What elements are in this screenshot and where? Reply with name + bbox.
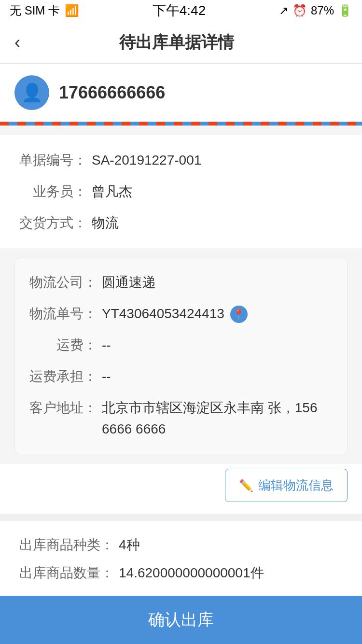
logistics-card: 物流公司： 圆通速递 物流单号： YT43064053424413 📍 运费： …: [14, 258, 348, 454]
goods-types-row: 出库商品种类： 4种: [19, 536, 343, 554]
customer-phone: 17666666666: [59, 83, 165, 103]
tracking-location-icon[interactable]: 📍: [230, 306, 248, 323]
wifi-icon: 📶: [65, 4, 79, 17]
freight-label: 运费：: [29, 335, 97, 356]
alarm-icon: ⏰: [292, 4, 307, 17]
back-button[interactable]: ‹: [14, 32, 20, 53]
status-time: 下午4:42: [153, 1, 206, 20]
edit-btn-container: ✏️ 编辑物流信息: [0, 464, 362, 514]
logistics-company-row: 物流公司： 圆通速递: [29, 272, 333, 294]
document-number-value: SA-20191227-001: [92, 150, 343, 171]
goods-quantity-label: 出库商品数量：: [19, 564, 114, 582]
logistics-company-value: 圆通速递: [102, 272, 333, 294]
location-status-icon: ↗: [279, 4, 289, 17]
document-number-label: 单据编号：: [19, 150, 87, 171]
freight-row: 运费： --: [29, 335, 333, 356]
tracking-number-text: YT43064053424413: [102, 303, 224, 325]
confirm-button[interactable]: 确认出库: [0, 596, 362, 644]
carrier-label: 无 SIM 卡: [10, 3, 60, 18]
section-divider: [0, 514, 362, 521]
salesperson-value: 曾凡杰: [92, 181, 343, 203]
delivery-method-value: 物流: [92, 212, 343, 234]
delivery-method-label: 交货方式：: [19, 212, 87, 234]
address-row: 客户地址： 北京市市辖区海淀区永丰南 张，156 6666 6666: [29, 397, 333, 441]
tracking-value: YT43064053424413 📍: [102, 303, 333, 325]
address-label: 客户地址：: [29, 397, 97, 419]
tracking-label: 物流单号：: [29, 303, 97, 325]
tracking-number-row: 物流单号： YT43064053424413 📍: [29, 303, 333, 325]
freight-bearer-row: 运费承担： --: [29, 366, 333, 388]
status-bar: 无 SIM 卡 📶 下午4:42 ↗ ⏰ 87% 🔋: [0, 0, 362, 21]
delivery-method-row: 交货方式： 物流: [19, 212, 343, 234]
status-left: 无 SIM 卡 📶: [10, 3, 79, 18]
salesperson-label: 业务员：: [19, 181, 87, 203]
page-title: 待出库单据详情: [30, 31, 323, 54]
logistics-company-label: 物流公司：: [29, 272, 97, 294]
avatar: 👤: [14, 75, 49, 110]
freight-value: --: [102, 335, 333, 356]
address-value: 北京市市辖区海淀区永丰南 张，156 6666 6666: [102, 397, 333, 441]
freight-bearer-label: 运费承担：: [29, 366, 97, 388]
battery-icon: 🔋: [338, 4, 352, 17]
goods-types-label: 出库商品种类：: [19, 536, 114, 554]
customer-header: 👤 17666666666: [0, 64, 362, 122]
goods-section: 出库商品种类： 4种 出库商品数量： 14.620000000000001件: [0, 521, 362, 597]
edit-logistics-button[interactable]: ✏️ 编辑物流信息: [225, 469, 348, 502]
goods-quantity-value: 14.620000000000001件: [119, 564, 343, 582]
avatar-icon: 👤: [21, 83, 43, 103]
goods-quantity-row: 出库商品数量： 14.620000000000001件: [19, 564, 343, 582]
salesperson-row: 业务员： 曾凡杰: [19, 181, 343, 203]
dashed-separator: [0, 122, 362, 126]
basic-info-section: 单据编号： SA-20191227-001 业务员： 曾凡杰 交货方式： 物流: [0, 135, 362, 248]
nav-bar: ‹ 待出库单据详情: [0, 21, 362, 64]
freight-bearer-value: --: [102, 366, 333, 388]
document-number-row: 单据编号： SA-20191227-001: [19, 150, 343, 171]
bottom-bar: 确认出库: [0, 596, 362, 644]
battery-label: 87%: [311, 4, 334, 17]
status-right: ↗ ⏰ 87% 🔋: [279, 4, 352, 17]
edit-logistics-label: 编辑物流信息: [258, 477, 334, 494]
goods-types-value: 4种: [119, 536, 343, 554]
edit-icon: ✏️: [239, 479, 253, 492]
